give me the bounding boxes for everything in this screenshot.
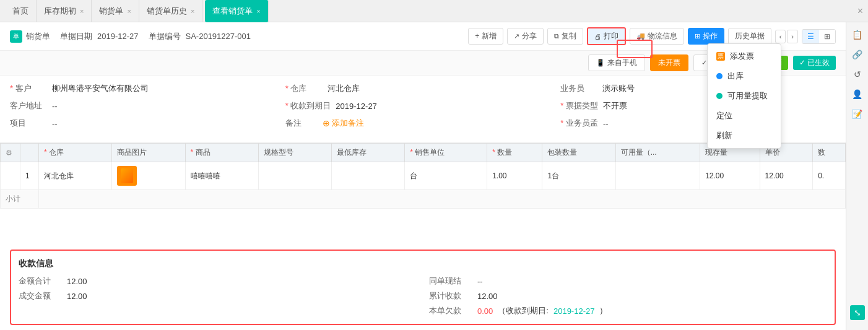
operation-button[interactable]: ⊞ 操作 [688,28,724,45]
row-product-img [112,162,185,190]
sales-staff-label: 业务员孟 [560,118,598,129]
doc-meta: 单据日期 2019-12-27 单据编号 SA-20191227-001 [60,31,251,42]
add-invoice-label: 添发票 [730,51,754,62]
deal-amount-row: 成交金额 12.00 [19,290,417,302]
print-button[interactable]: 🖨 打印 [587,27,626,45]
products-table: ⚙ 仓库 商品图片 商品 规格型号 最低库存 销售单位 数量 包装数量 可用量（… [0,143,846,209]
invoice-field: 票据类型 不开票 [560,100,836,111]
subtotal-label: 小计 [1,190,39,209]
next-button[interactable]: › [787,30,798,43]
tab-sales-history[interactable]: 销货单历史 × [139,0,202,22]
col-available: 可用量（... [615,144,700,162]
outbound-icon [716,73,723,79]
dropdown-locate[interactable]: 定位 [708,106,781,126]
row-actions [1,162,20,190]
payment-grid: 金额合计 12.00 成交金额 12.00 同单现结 -- 累计收款 [19,276,827,316]
doc-date-label: 单据日期 2019-12-27 [60,31,139,42]
row-pack-qty: 1台 [542,162,615,190]
copy-button[interactable]: ⧉ 复制 [547,28,583,45]
col-qty: 数量 [487,144,542,162]
dropdown-available-extract[interactable]: 可用量提取 [708,86,781,106]
dropdown-refresh[interactable]: 刷新 [708,126,781,145]
col-settings: ⚙ [1,144,20,162]
tab-sales-history-close[interactable]: × [191,7,194,15]
settings-icon[interactable]: ⚙ [6,149,12,157]
row-warehouse: 河北仓库 [39,162,112,190]
total-value: 12.00 [67,277,87,286]
effective-status: ✓ 已生效 [793,56,836,70]
toolbar: + 新增 ↗ 分享 ⧉ 复制 🖨 打印 🚚 物流信息 [468,27,836,45]
cumulative-label: 累计收款 [429,290,472,302]
table-container: ⚙ 仓库 商品图片 商品 规格型号 最低库存 销售单位 数量 包装数量 可用量（… [0,143,846,245]
row-product: 嘻嘻嘻嘻 [185,162,258,190]
due-date-field: 收款到期日 2019-12-27 [285,100,561,111]
share-button[interactable]: ↗ 分享 [507,28,544,45]
sidebar-icon-5[interactable]: 📝 [850,106,865,121]
locate-label: 定位 [716,110,732,121]
dropdown-add-invoice[interactable]: 票 添发票 [708,46,781,66]
row-unit-price: 12.00 [760,162,813,190]
sidebar-icon-1[interactable]: 📋 [850,27,865,42]
cumulative-value: 12.00 [477,292,498,301]
available-extract-icon [716,93,723,99]
right-sidebar: 📋 🔗 ↺ 👤 📝 ⤡ [846,22,868,330]
total-label: 金额合计 [19,276,62,287]
row-spec [258,162,331,190]
row-min-stock [332,162,405,190]
add-invoice-icon: 票 [716,52,725,61]
subtotal-values [39,190,846,209]
doc-type-badge: 单 销货单 [10,30,50,43]
staff-field: 业务员 演示账号 [560,83,836,94]
project-field: 项目 -- [10,118,285,129]
prev-button[interactable]: ‹ [775,30,786,43]
col-product: 商品 [185,144,258,162]
tab-inventory-init[interactable]: 库存期初 × [37,0,92,22]
grid-view-button[interactable]: ⊞ [819,30,835,43]
payment-title: 收款信息 [19,258,827,269]
sidebar-icon-4[interactable]: 👤 [850,87,865,102]
tab-inventory-init-close[interactable]: × [80,7,84,15]
from-phone-button[interactable]: 📱 来自手机 [588,54,645,71]
payment-panel: 收款信息 金额合计 12.00 成交金额 12.00 同单现结 -- [10,250,836,325]
same-order-value: -- [477,277,483,286]
warehouse-label: 仓库 [285,83,323,94]
history-button[interactable]: 历史单据 [728,28,771,45]
tab-home[interactable]: 首页 [5,0,37,22]
invoice-label: 票据类型 [560,100,598,111]
product-image-inner [121,168,133,183]
new-button[interactable]: + 新增 [468,28,503,45]
not-open-ticket-button[interactable]: 未开票 [650,54,688,71]
doc-type-icon: 单 [10,30,22,43]
window-close-button[interactable]: × [857,6,863,17]
sidebar-icon-3[interactable]: ↺ [850,67,865,82]
warehouse-value: 河北仓库 [323,83,561,94]
address-field: 客户地址 -- [10,100,285,111]
logistics-button[interactable]: 🚚 物流信息 [630,28,684,45]
owe-label: 本单欠款 [429,305,472,316]
nav-arrows: ‹ › [775,30,798,43]
col-min-stock: 最低库存 [332,144,405,162]
row-unit: 台 [405,162,487,190]
tab-view-sales[interactable]: 查看销货单 × [205,0,268,22]
available-extract-label: 可用量提取 [727,90,768,102]
row-amount: 0. [813,162,846,190]
tab-sales-order[interactable]: 销货单 × [92,0,139,22]
table-row: 1 河北仓库 嘻嘻嘻嘻 台 1.00 1台 [1,162,846,190]
subtotal-row: 小计 [1,190,846,209]
view-toggle: ☰ ⊞ [802,29,836,44]
note-field: 备注 ⊕ 添加备注 [285,118,561,129]
col-product-img: 商品图片 [112,144,185,162]
list-view-button[interactable]: ☰ [802,30,819,43]
address-label: 客户地址 [10,100,47,111]
sidebar-icon-2[interactable]: 🔗 [850,47,865,62]
doc-type-label: 销货单 [26,31,50,42]
row-available [615,162,700,190]
note-label: 备注 [285,118,323,129]
row-seq: 1 [20,162,39,190]
tab-view-sales-close[interactable]: × [256,7,260,15]
customer-label: 客户 [10,83,47,94]
sidebar-icon-6[interactable]: ⤡ [850,305,865,320]
dropdown-outbound[interactable]: 出库 [708,66,781,86]
tab-sales-order-close[interactable]: × [127,7,131,15]
add-note-button[interactable]: ⊕ 添加备注 [323,118,364,129]
